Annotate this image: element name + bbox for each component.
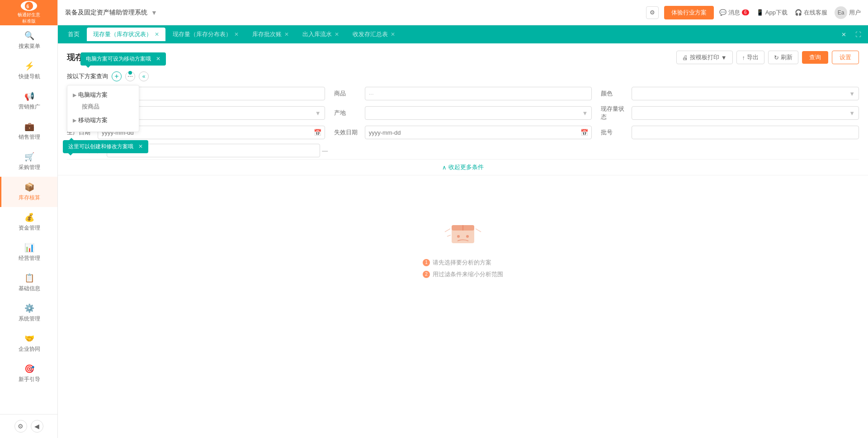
sidebar-item-purchase[interactable]: 🛒 采购管理: [0, 146, 57, 177]
size-dropdown-icon: ▼: [315, 110, 321, 117]
batch-input[interactable]: [632, 126, 859, 139]
user-avatar: Ea: [835, 6, 847, 19]
sidebar-item-inventory[interactable]: 📦 库存核算: [0, 177, 57, 207]
tab-close-batch-account[interactable]: ✕: [284, 31, 289, 38]
scheme-group-desktop-header[interactable]: ▶ 电脑端方案: [73, 89, 133, 101]
filter-origin: 产地 ▼: [334, 105, 592, 121]
tab-close-collect-send[interactable]: ✕: [391, 31, 395, 38]
collapse-btn[interactable]: ∧ 收起更多条件: [67, 159, 859, 175]
inventory-icon: 📦: [24, 182, 34, 192]
notification-badge: 6: [742, 9, 749, 15]
tab-close-inventory-dist[interactable]: ✕: [234, 31, 239, 38]
tooltip-create-close[interactable]: ✕: [138, 143, 143, 150]
print-icon: 🖨: [682, 54, 688, 61]
sidebar-item-sales[interactable]: 💼 销售管理: [0, 116, 57, 146]
tab-close-in-out-flow[interactable]: ✕: [335, 31, 339, 38]
filter-row-4: 现存量（主） —: [67, 144, 859, 157]
calendar-icon-expire: 📅: [580, 129, 588, 136]
sales-icon: 💼: [24, 122, 34, 132]
system-dropdown-icon[interactable]: ▼: [151, 9, 157, 16]
scheme-group-desktop: ▶ 电脑端方案 按商品: [73, 89, 133, 113]
svg-line-7: [445, 229, 450, 232]
tab-batch-account[interactable]: 库存批次账 ✕: [246, 28, 295, 41]
tab-close-all-btn[interactable]: ✕: [837, 28, 850, 41]
sidebar-item-quick-nav[interactable]: ⚡ 快捷导航: [0, 56, 57, 86]
sidebar-item-finance[interactable]: 💰 资金管理: [0, 207, 57, 237]
tab-fullscreen-btn[interactable]: ⛶: [852, 28, 864, 41]
export-btn[interactable]: ↑ 导出: [736, 51, 765, 64]
batch-label: 批号: [601, 128, 628, 137]
filter-dots-btn[interactable]: ⋯: [125, 71, 135, 81]
headset-icon: 🎧: [795, 9, 802, 16]
svg-point-6: [466, 235, 469, 238]
tab-close-inventory-status[interactable]: ✕: [155, 31, 159, 38]
expire-date-input[interactable]: [365, 126, 592, 139]
enterprise-icon: 🤝: [24, 334, 34, 344]
guide-icon: 🎯: [24, 364, 34, 374]
tabbar: 首页 现存量（库存状况表） ✕ 现存量（库存分布表） ✕ 库存批次账 ✕ 出入库…: [58, 25, 868, 43]
goods-select[interactable]: ···: [365, 87, 592, 100]
filter-arrow-btn[interactable]: «: [139, 71, 149, 81]
expire-date-wrap: 📅: [365, 126, 592, 139]
tab-inventory-status[interactable]: 现存量（库存状况表） ✕: [87, 28, 165, 41]
filter-goods: 商品 ···: [334, 87, 592, 100]
tab-inventory-dist[interactable]: 现存量（库存分布表） ✕: [166, 28, 245, 41]
phone-icon: 📱: [756, 9, 764, 16]
sidebar-item-system[interactable]: ⚙️ 系统管理: [0, 298, 57, 328]
marketing-icon: 📢: [24, 91, 34, 101]
tooltip-scheme-close[interactable]: ✕: [156, 56, 160, 62]
print-dropdown-icon: ▼: [721, 54, 727, 61]
stock-status-dropdown-icon: ▼: [849, 110, 855, 117]
color-label: 颜色: [601, 89, 628, 98]
filter-batch: 批号: [601, 126, 859, 139]
sidebar-item-search-menu[interactable]: 🔍 搜索菜单: [0, 25, 57, 56]
filter-row-3: 生产日期 📅 失效日期 📅: [67, 126, 859, 139]
collapse-sidebar-btn[interactable]: ◀: [31, 420, 43, 433]
tooltip-scheme: 电脑方案可设为移动方案哦 ✕: [80, 52, 166, 66]
stock-status-select[interactable]: ▼: [632, 106, 859, 120]
sidebar-item-basic[interactable]: 📋 基础信息: [0, 268, 57, 298]
app-download-item[interactable]: 📱 App下载: [756, 9, 788, 17]
goods-dots: ···: [369, 90, 374, 97]
notification-item[interactable]: 💬 消息 6: [719, 9, 749, 17]
origin-label: 产地: [334, 109, 361, 117]
sidebar-item-enterprise[interactable]: 🤝 企业协同: [0, 328, 57, 358]
settings-btn[interactable]: 设置: [832, 51, 859, 64]
sidebar: 6 畅通好生意标准版 🔍 搜索菜单 ⚡ 快捷导航 📢 营销推广 💼 销售管理 🛒…: [0, 0, 58, 438]
scheme-group-mobile-header[interactable]: ▶ 移动端方案: [73, 114, 133, 126]
chevron-up-icon: ∧: [442, 164, 447, 171]
refresh-btn[interactable]: ↻ 刷新: [768, 51, 798, 64]
sidebar-item-guide[interactable]: 🎯 新手引导: [0, 358, 57, 389]
main-content: 装备及固定资产辅助管理系统 ▼ ⚙ 体验行业方案 💬 消息 6 📱 App下载 …: [58, 0, 868, 438]
refresh-icon: ↻: [774, 54, 779, 61]
sidebar-item-marketing[interactable]: 📢 营销推广: [0, 86, 57, 116]
filter-stock-status: 现存量状态 ▼: [601, 105, 859, 121]
logo-text: 畅通好生意标准版: [18, 12, 40, 24]
industry-btn[interactable]: 体验行业方案: [664, 6, 714, 19]
operation-icon: 📊: [24, 243, 34, 253]
svg-text:6: 6: [26, 4, 29, 9]
origin-dropdown-icon: ▼: [582, 110, 588, 117]
tab-home[interactable]: 首页: [61, 28, 86, 41]
system-icon: ⚙️: [24, 303, 34, 313]
color-dropdown-icon: ▼: [849, 90, 855, 97]
sidebar-item-operation[interactable]: 📊 经营管理: [0, 237, 57, 268]
online-service-item[interactable]: 🎧 在线客服: [795, 9, 827, 17]
color-select[interactable]: ▼: [632, 87, 859, 100]
tab-collect-send[interactable]: 收发存汇总表 ✕: [346, 28, 401, 41]
filter-label: 按以下方案查询: [67, 72, 108, 80]
svg-line-9: [447, 235, 451, 236]
print-btn[interactable]: 🖨 按模板打印 ▼: [676, 51, 733, 64]
empty-icon: [440, 212, 486, 248]
query-btn[interactable]: 查询: [802, 51, 828, 64]
scheme-item-by-goods[interactable]: 按商品: [73, 101, 133, 113]
topbar-gear-btn[interactable]: ⚙: [646, 6, 659, 19]
origin-select[interactable]: ▼: [365, 106, 592, 120]
settings-btn[interactable]: ⚙: [14, 420, 27, 433]
filter-add-btn[interactable]: +: [112, 71, 122, 81]
topbar-right: 💬 消息 6 📱 App下载 🎧 在线客服 Ea 用户: [719, 6, 861, 19]
tooltip-create: 这里可以创建和修改方案哦 ✕: [63, 140, 148, 153]
tab-in-out-flow[interactable]: 出入库流水 ✕: [296, 28, 345, 41]
empty-tip-1: 1 请先选择要分析的方案: [423, 257, 503, 268]
user-item[interactable]: Ea 用户: [835, 6, 861, 19]
